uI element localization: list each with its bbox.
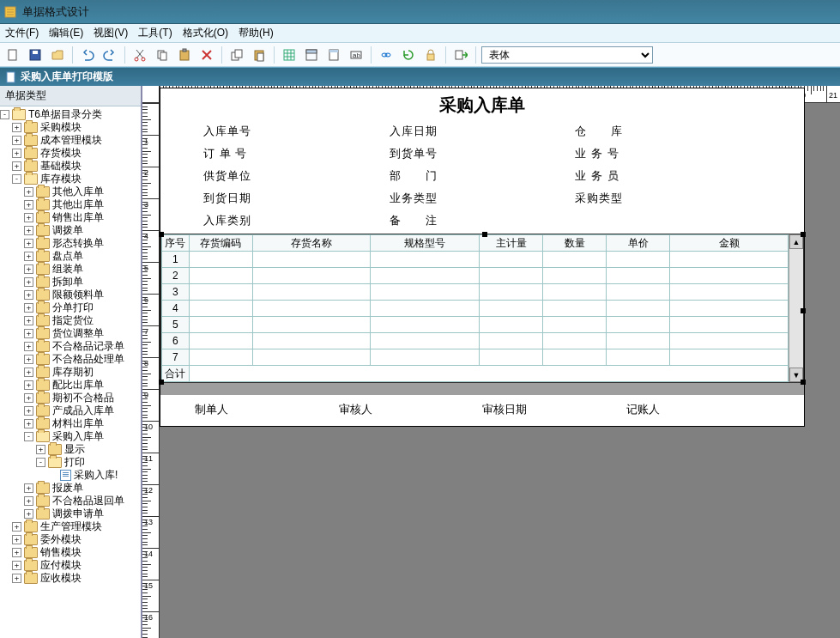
tree-module[interactable]: +委外模块 — [0, 533, 141, 546]
tree-root[interactable]: -T6单据目录分类 — [0, 108, 141, 121]
field-label[interactable]: 仓 库 — [575, 124, 761, 139]
tree-purchase[interactable]: -采购入库单 — [0, 430, 141, 443]
expand-icon[interactable]: - — [0, 110, 9, 119]
menu-file[interactable]: 文件(F) — [5, 26, 39, 40]
tree-item[interactable]: +货位调整单 — [0, 327, 141, 340]
expand-icon[interactable]: + — [24, 483, 33, 493]
tree-item[interactable]: +其他入库单 — [0, 185, 141, 198]
cell[interactable] — [607, 333, 670, 349]
col-header[interactable]: 存货编码 — [189, 235, 252, 252]
cell[interactable] — [189, 268, 252, 284]
row-number[interactable]: 7 — [162, 349, 190, 366]
tree-item[interactable]: +其他出库单 — [0, 198, 141, 211]
row-number[interactable]: 6 — [162, 333, 190, 349]
tree-item[interactable]: +期初不合格品 — [0, 392, 141, 404]
export-button[interactable] — [451, 46, 470, 64]
tree-item[interactable]: +指定货位 — [0, 314, 141, 327]
cell[interactable] — [670, 301, 789, 317]
footer-booker[interactable]: 记账人 — [626, 402, 771, 417]
expand-icon[interactable]: + — [24, 419, 33, 428]
cell[interactable] — [543, 284, 607, 301]
tree-item[interactable]: +限额领料单 — [0, 289, 141, 301]
cell[interactable] — [371, 301, 480, 317]
text-button[interactable]: ab — [347, 46, 366, 64]
cell[interactable] — [371, 268, 480, 284]
cell[interactable] — [670, 268, 789, 284]
col-header[interactable]: 序号 — [162, 235, 190, 252]
expand-icon[interactable]: + — [12, 149, 21, 158]
grid-button[interactable] — [280, 46, 299, 64]
expand-icon[interactable]: + — [12, 561, 21, 570]
col-header[interactable]: 金额 — [670, 235, 789, 252]
paste2-button[interactable] — [250, 46, 269, 64]
menu-format[interactable]: 格式化(O) — [183, 26, 228, 40]
tree-item[interactable]: +库存期初 — [0, 366, 141, 379]
tree-module[interactable]: +应收模块 — [0, 572, 141, 585]
field-label[interactable]: 供货单位 — [203, 168, 390, 184]
sel-handle[interactable] — [159, 232, 164, 237]
expand-icon[interactable]: + — [24, 264, 33, 274]
expand-icon[interactable]: + — [12, 161, 21, 171]
tree-print[interactable]: -打印 — [0, 456, 141, 469]
cell[interactable] — [371, 333, 480, 349]
cell[interactable] — [371, 317, 480, 333]
row-number[interactable]: 3 — [162, 284, 190, 301]
tree-item[interactable]: +分单打印 — [0, 301, 141, 314]
tree-template[interactable]: 采购入库! — [0, 469, 141, 482]
cell[interactable] — [480, 317, 543, 333]
field-label[interactable]: 到货单号 — [390, 146, 576, 161]
tree-item[interactable]: +配比出库单 — [0, 379, 141, 392]
tree-item[interactable]: +不合格品退回单 — [0, 495, 141, 507]
footer-auditor[interactable]: 审核人 — [339, 402, 483, 417]
tree-display[interactable]: +显示 — [0, 443, 141, 456]
row-number[interactable]: 4 — [162, 301, 190, 317]
cell[interactable] — [189, 301, 252, 317]
expand-icon[interactable]: + — [24, 200, 33, 210]
menu-edit[interactable]: 编辑(E) — [49, 26, 83, 40]
field-label[interactable]: 入库日期 — [390, 124, 576, 139]
tree-module[interactable]: +成本管理模块 — [0, 134, 141, 147]
cell[interactable] — [480, 252, 543, 268]
cell[interactable] — [189, 284, 252, 301]
col-header[interactable]: 数量 — [543, 235, 607, 252]
tree-item[interactable]: +形态转换单 — [0, 237, 141, 250]
cell[interactable] — [480, 301, 543, 317]
layout-button[interactable] — [302, 46, 321, 64]
cell[interactable] — [607, 301, 670, 317]
cell[interactable] — [670, 252, 789, 268]
cell[interactable] — [480, 284, 543, 301]
cell[interactable] — [252, 284, 371, 301]
tree-item[interactable]: +盘点单 — [0, 250, 141, 263]
field-label[interactable] — [575, 213, 761, 228]
open-button[interactable] — [48, 46, 67, 64]
menu-view[interactable]: 视图(V) — [94, 26, 128, 40]
cell[interactable] — [670, 317, 789, 333]
tree-item[interactable]: +拆卸单 — [0, 276, 141, 289]
cell[interactable] — [543, 349, 607, 366]
cell[interactable] — [189, 317, 252, 333]
expand-icon[interactable]: + — [24, 380, 33, 390]
col-header[interactable]: 单价 — [607, 235, 670, 252]
tree-item[interactable]: +不合格品处理单 — [0, 353, 141, 366]
copy2-button[interactable] — [227, 46, 246, 64]
delete-button[interactable] — [197, 46, 216, 64]
cell[interactable] — [607, 252, 670, 268]
cell[interactable] — [252, 252, 371, 268]
cell[interactable] — [670, 349, 789, 366]
canvas[interactable]: 采购入库单 入库单号入库日期仓 库订 单 号到货单号业 务 号供货单位部 门业 … — [160, 88, 805, 427]
footer-auditdate[interactable]: 审核日期 — [482, 402, 626, 417]
table-region[interactable]: 序号存货编码存货名称规格型号主计量数量单价金额1234567合计 ▲ ▼ — [160, 234, 804, 383]
row-number[interactable]: 5 — [162, 317, 190, 333]
tree-module[interactable]: +采购模块 — [0, 121, 141, 134]
field-label[interactable]: 到货日期 — [203, 191, 390, 206]
field-label[interactable]: 入库单号 — [203, 124, 390, 139]
copy-button[interactable] — [153, 46, 172, 64]
paste-button[interactable] — [175, 46, 194, 64]
field-label[interactable]: 备 注 — [390, 213, 576, 228]
cell[interactable] — [189, 349, 252, 366]
expand-icon[interactable]: + — [24, 252, 33, 261]
cell[interactable] — [543, 333, 607, 349]
cell[interactable] — [480, 349, 543, 366]
expand-icon[interactable]: + — [12, 136, 21, 145]
col-header[interactable]: 主计量 — [480, 235, 543, 252]
